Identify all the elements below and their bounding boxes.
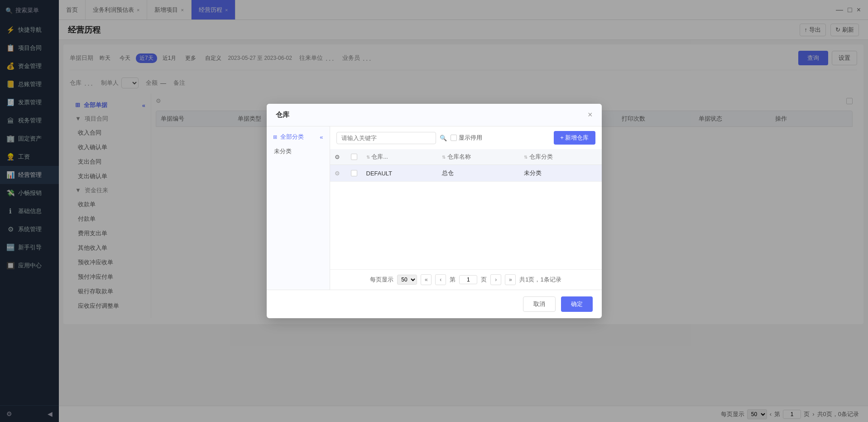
modal-page-suffix: 页 (481, 276, 487, 284)
sort-icon: ⇅ (366, 155, 370, 160)
sort-icon3: ⇅ (524, 155, 528, 160)
row-code: DEFAULT (362, 165, 438, 182)
modal-total-records: 共1页，1条记录 (519, 276, 561, 284)
modal-left-header: ⊞ 全部分类 « (267, 130, 330, 144)
modal-search-icon: 🔍 (440, 135, 447, 141)
modal-header: 仓库 × (267, 104, 602, 126)
gear-col-icon[interactable]: ⚙ (335, 154, 340, 160)
select-all-checkbox[interactable] (351, 154, 357, 160)
col-settings-header: ⚙ (330, 149, 346, 165)
modal-footer: 取消 确定 (267, 290, 602, 318)
col-name-header: ⇅ 仓库名称 (437, 149, 519, 165)
modal-first-page-btn[interactable]: « (421, 274, 432, 285)
modal-toolbar: 🔍 显示停用 + 新增仓库 (330, 126, 602, 149)
modal-left-panel: ⊞ 全部分类 « 未分类 (267, 126, 330, 290)
row-checkbox (346, 165, 362, 182)
modal-page-label: 第 (450, 276, 456, 284)
col-code-header: ⇅ 仓库... (362, 149, 438, 165)
col-checkbox-header (346, 149, 362, 165)
modal-table-body: ⚙ DEFAULT 总仓 未分类 (330, 165, 602, 182)
modal-table-wrapper: ⚙ ⇅ 仓库... ⇅ (330, 149, 602, 269)
modal-search-input[interactable] (336, 132, 436, 144)
modal-page-input[interactable] (459, 275, 477, 284)
modal-title: 仓库 (276, 111, 289, 119)
sort-icon2: ⇅ (442, 155, 446, 160)
col-category-header: ⇅ 仓库分类 (519, 149, 601, 165)
modal-table-head: ⚙ ⇅ 仓库... ⇅ (330, 149, 602, 165)
row-name: 总仓 (437, 165, 519, 182)
modal-table-header-row: ⚙ ⇅ 仓库... ⇅ (330, 149, 602, 165)
modal-table: ⚙ ⇅ 仓库... ⇅ (330, 149, 602, 182)
row-gear: ⚙ (330, 165, 346, 182)
modal-prev-page-btn[interactable]: ‹ (435, 274, 446, 285)
modal-pagination: 每页显示 50 « ‹ 第 页 › » 共1页，1条记录 (330, 269, 602, 290)
all-category-label: ⊞ 全部分类 (273, 133, 304, 141)
show-disabled-label: 显示停用 (459, 134, 482, 142)
modal-per-page-label: 每页显示 (370, 276, 393, 284)
show-disabled-toggle[interactable]: 显示停用 (451, 134, 482, 142)
row-category: 未分类 (519, 165, 601, 182)
modal-collapse-icon[interactable]: « (320, 134, 323, 141)
modal-overlay: 仓库 × ⊞ 全部分类 « 未分类 (0, 0, 868, 422)
modal-per-page-select[interactable]: 50 (397, 275, 417, 285)
add-warehouse-button[interactable]: + 新增仓库 (554, 131, 595, 145)
modal-confirm-button[interactable]: 确定 (561, 296, 593, 312)
row-gear-icon[interactable]: ⚙ (335, 170, 340, 177)
modal-cancel-button[interactable]: 取消 (523, 296, 556, 312)
show-disabled-checkbox[interactable] (451, 135, 457, 141)
warehouse-modal: 仓库 × ⊞ 全部分类 « 未分类 (267, 104, 602, 318)
modal-body: ⊞ 全部分类 « 未分类 🔍 (267, 126, 602, 290)
modal-right-panel: 🔍 显示停用 + 新增仓库 ⚙ (330, 126, 602, 290)
modal-last-page-btn[interactable]: » (505, 274, 516, 285)
all-category-text: 全部分类 (280, 133, 304, 140)
col-code-label: 仓库... (371, 153, 388, 160)
uncategorized-label: 未分类 (274, 148, 292, 155)
row-select-checkbox[interactable] (351, 170, 357, 176)
modal-uncategorized-item[interactable]: 未分类 (267, 144, 330, 159)
table-row[interactable]: ⚙ DEFAULT 总仓 未分类 (330, 165, 602, 182)
modal-next-page-btn[interactable]: › (490, 274, 501, 285)
col-category-label: 仓库分类 (529, 153, 553, 160)
modal-search-wrap: 🔍 显示停用 (336, 132, 550, 144)
modal-close-btn[interactable]: × (588, 110, 593, 120)
grid-icon2: ⊞ (273, 134, 277, 140)
col-name-label: 仓库名称 (447, 153, 471, 160)
